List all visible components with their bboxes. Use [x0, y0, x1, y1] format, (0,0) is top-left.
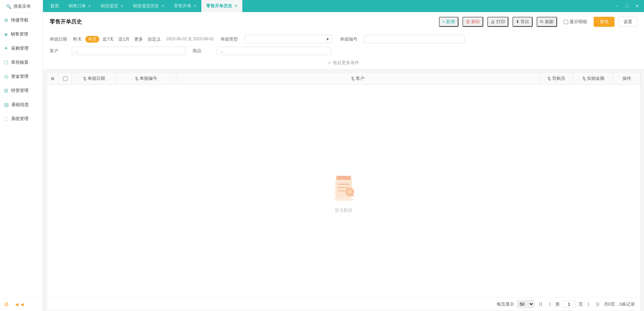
- collapse-sidebar-icon[interactable]: ◄◄: [14, 302, 25, 308]
- first-page-button[interactable]: ⟨⟨: [537, 301, 544, 307]
- display-detail-checkbox[interactable]: [564, 20, 568, 24]
- sidebar-item-quick-nav[interactable]: ⊕ 快捷导航: [0, 13, 43, 27]
- minimize-button[interactable]: －: [612, 2, 621, 10]
- sidebar-item-label: 采购管理: [11, 45, 29, 51]
- basic-info-icon: ▤: [4, 102, 9, 108]
- sidebar-item-finance[interactable]: ◎ 资金管理: [0, 69, 43, 84]
- last-page-button[interactable]: ⟩⟩: [594, 301, 601, 307]
- table-header: ⚙ ⇅ 单据日期 ⇅ 单据编号 ⇅ 客户 ⇅: [47, 72, 640, 85]
- empty-text: 暂无数据: [335, 207, 352, 213]
- tab-sales-return-close[interactable]: ✕: [120, 4, 123, 8]
- delete-button[interactable]: 🗑 删除: [462, 17, 484, 27]
- th-client-sort: ⇅: [351, 76, 355, 81]
- sidebar-search[interactable]: 🔍 搜索采单: [0, 0, 43, 13]
- th-no[interactable]: ⇅ 单据编号: [116, 72, 176, 85]
- tab-bar-right: － □ ✕: [612, 2, 641, 10]
- next-page-button[interactable]: ⟩: [586, 301, 591, 307]
- prev-page-button[interactable]: ⟨: [547, 301, 553, 307]
- th-date[interactable]: ⇅ 单据日期: [72, 72, 116, 85]
- filter-item-billtype: 单据类型 ▾: [220, 35, 332, 43]
- filter-area: 单据日期 昨天 今天 近7天 近1月 更多 自定义 2023-06-02 至 2…: [50, 32, 637, 69]
- sidebar-bottom: ⚙ ◄◄: [0, 298, 43, 311]
- tab-sales-return[interactable]: 销货退货 ✕: [96, 0, 128, 12]
- per-page-select[interactable]: 20 50 100: [517, 300, 534, 308]
- th-op-text: 操作: [623, 75, 631, 82]
- date-range-text: 2023-06-02 至 2023-06-02: [166, 36, 213, 42]
- bill-type-select[interactable]: ▾: [245, 35, 332, 43]
- select-all-checkbox[interactable]: [63, 76, 67, 81]
- sidebar-item-operation[interactable]: ⊞ 经营管理: [0, 84, 43, 98]
- sidebar-item-inventory[interactable]: ⬡ 库存核算: [0, 55, 43, 69]
- content-area: 零售开单历史 + 新增 🗑 删除 🖨 打印 ⬇ 导出 ↻ 刷新 显示明细 查询 …: [43, 12, 644, 311]
- th-guide[interactable]: ⇅ 导购员: [540, 72, 573, 85]
- date-more[interactable]: 更多: [133, 36, 144, 43]
- date-yesterday[interactable]: 昨天: [72, 36, 83, 43]
- operation-icon: ⊞: [4, 88, 8, 94]
- client-input[interactable]: [72, 47, 186, 55]
- bill-type-chevron: ▾: [327, 37, 329, 42]
- query-button[interactable]: 查询: [594, 17, 614, 27]
- close-button[interactable]: ✕: [633, 3, 641, 9]
- print-button[interactable]: 🖨 打印: [487, 17, 508, 27]
- bill-no-label: 单据编号: [340, 36, 360, 42]
- tab-bar: 首页 销售订单 ✕ 销货退货 ✕ 销货退货历史 ✕ 零售开单 ✕ 零售开单历史 …: [43, 0, 644, 12]
- quick-nav-icon: ⊕: [4, 17, 8, 23]
- collapse-bar[interactable]: ∧ 收起更多条件: [50, 58, 637, 69]
- tab-retail-open[interactable]: 零售开单 ✕: [169, 0, 201, 12]
- sidebar-item-sales-mgmt[interactable]: ◈ 销售管理: [0, 27, 43, 41]
- date-last7[interactable]: 近7天: [101, 36, 115, 43]
- main-area: 首页 销售订单 ✕ 销货退货 ✕ 销货退货历史 ✕ 零售开单 ✕ 零售开单历史 …: [43, 0, 644, 311]
- tab-retail-open-history-label: 零售开单历史: [206, 3, 232, 9]
- export-button[interactable]: ⬇ 导出: [512, 17, 533, 27]
- tab-sales-order-close[interactable]: ✕: [88, 4, 91, 8]
- date-custom[interactable]: 自定义: [146, 36, 162, 43]
- filter-section-billtype: 单据类型 ▾ 单据编号: [220, 35, 465, 43]
- sidebar: 🔍 搜索采单 ⊕ 快捷导航 ◈ 销售管理 ✦ 采购管理 ⬡ 库存核算 ◎ 资金管…: [0, 0, 43, 311]
- th-no-text: 单据编号: [140, 75, 157, 82]
- th-check[interactable]: [59, 73, 72, 84]
- table-settings-icon: ⚙: [51, 76, 55, 81]
- filter-row-2: 客户 商品: [50, 47, 637, 55]
- th-client-text: 客户: [356, 75, 364, 82]
- tab-sales-return-history-label: 销货退货历史: [133, 3, 159, 9]
- bill-no-input[interactable]: [364, 35, 465, 43]
- sidebar-item-system[interactable]: ◌ 系统管理: [0, 112, 43, 126]
- th-amount-sort: ⇅: [582, 76, 586, 81]
- page-number-input[interactable]: 1: [562, 301, 576, 308]
- tab-retail-open-close[interactable]: ✕: [193, 4, 197, 8]
- tab-retail-open-history[interactable]: 零售开单历史 ✕: [201, 0, 242, 12]
- date-label: 单据日期: [50, 36, 70, 42]
- toolbar: + 新增 🗑 删除 🖨 打印 ⬇ 导出 ↻ 刷新 显示明细 查询 设置: [439, 17, 637, 27]
- tab-home-label: 首页: [50, 3, 59, 9]
- client-label: 客户: [50, 48, 70, 54]
- inventory-icon: ⬡: [4, 59, 8, 65]
- page-header: 零售开单历史 + 新增 🗑 删除 🖨 打印 ⬇ 导出 ↻ 刷新 显示明细 查询 …: [43, 12, 644, 69]
- display-detail-toggle[interactable]: 显示明细: [561, 17, 590, 26]
- refresh-button[interactable]: ↻ 刷新: [537, 17, 557, 27]
- display-detail-label: 显示明细: [569, 19, 587, 25]
- per-page-label: 每页显示: [497, 301, 514, 307]
- th-settings[interactable]: ⚙: [47, 73, 59, 84]
- th-guide-sort: ⇅: [547, 76, 551, 81]
- settings-icon[interactable]: ⚙: [4, 301, 9, 308]
- th-amount[interactable]: ⇅ 实销金额: [573, 72, 613, 85]
- sidebar-item-purchase-mgmt[interactable]: ✦ 采购管理: [0, 41, 43, 55]
- th-client[interactable]: ⇅ 客户: [176, 72, 540, 85]
- goods-input[interactable]: [217, 47, 331, 55]
- add-button[interactable]: + 新增: [439, 17, 458, 27]
- date-last-month[interactable]: 近1月: [117, 36, 131, 43]
- tab-sales-return-history[interactable]: 销货退货历史 ✕: [128, 0, 169, 12]
- page-title-row: 零售开单历史 + 新增 🗑 删除 🖨 打印 ⬇ 导出 ↻ 刷新 显示明细 查询 …: [50, 17, 637, 27]
- tab-retail-open-history-close[interactable]: ✕: [234, 4, 238, 8]
- table-wrapper: ⚙ ⇅ 单据日期 ⇅ 单据编号 ⇅ 客户 ⇅: [46, 72, 641, 311]
- tab-sales-return-history-close[interactable]: ✕: [161, 4, 164, 8]
- tab-sales-order[interactable]: 销售订单 ✕: [64, 0, 96, 12]
- date-today[interactable]: 今天: [85, 36, 99, 43]
- tab-home[interactable]: 首页: [46, 0, 64, 12]
- settings-button[interactable]: 设置: [618, 17, 637, 27]
- sales-mgmt-icon: ◈: [4, 31, 8, 37]
- sidebar-item-basic-info[interactable]: ▤ 基础信息: [0, 98, 43, 112]
- filter-item-goods: 商品: [193, 47, 331, 55]
- maximize-button[interactable]: □: [624, 3, 631, 9]
- filter-item-billno: 单据编号: [340, 35, 465, 43]
